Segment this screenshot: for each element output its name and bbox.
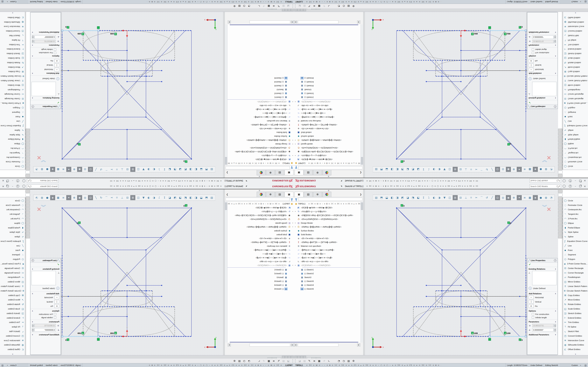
format-toolbar-icon[interactable]: ↺ bbox=[322, 359, 326, 363]
tree-item[interactable]: ◈ ○Ƨ5∘Ո∗∗AƜ○∘○ƜA∗∗Ո∘5Ƨ○ bbox=[294, 127, 361, 131]
option-checkbox-row[interactable]: For construction bbox=[30, 312, 61, 316]
search-input[interactable]: Search CAD Models ▼ bbox=[27, 184, 59, 188]
tree-item[interactable]: ■ Solid Bodies bbox=[227, 131, 294, 134]
angle-value-field[interactable]: 0.00000000° bbox=[35, 35, 56, 39]
tree-item[interactable]: ▦ (-) Sketch1 bbox=[294, 95, 361, 99]
option-checkbox-row[interactable]: Infinite length bbox=[30, 316, 61, 319]
search-input[interactable]: Search CAD Models ▼ bbox=[529, 184, 561, 188]
format-toolbar-icon[interactable]: ↺ bbox=[322, 4, 326, 8]
tab-nav-button[interactable] bbox=[297, 8, 300, 11]
tree-item[interactable]: ▦ (-) Sketch5 bbox=[294, 279, 361, 283]
add-relation-button[interactable]: │ Vertical bbox=[30, 300, 61, 304]
sketch-tool-item[interactable]: ⬡ Polygon bbox=[563, 257, 588, 261]
sketch-tool-item[interactable]: ◲ Stretch Entities bbox=[563, 51, 588, 56]
sketch-tool-item[interactable]: ╰ Fit Spline bbox=[0, 38, 25, 42]
expand-arrow-icon[interactable]: ▸ bbox=[291, 211, 293, 212]
section-options[interactable]: Options ∧ bbox=[30, 55, 61, 58]
expand-arrow-icon[interactable]: ▸ bbox=[291, 222, 293, 224]
sketch-tool-item[interactable]: ∴ Segment bbox=[563, 252, 588, 257]
format-toolbar-icon[interactable]: ◷ bbox=[242, 359, 246, 363]
checkbox[interactable] bbox=[532, 52, 534, 54]
menu-item[interactable] bbox=[324, 180, 327, 181]
menu-item[interactable] bbox=[251, 186, 255, 187]
tree-item[interactable]: ▦ (-) Sketch4 bbox=[227, 80, 294, 84]
panel-flyout-arrow-icon[interactable]: ❯ bbox=[226, 193, 228, 196]
tree-scrollbar-vertical[interactable] bbox=[225, 25, 227, 165]
expand-arrow-icon[interactable]: ▸ bbox=[295, 222, 297, 224]
sketch-tool-item[interactable]: ⊢ Extend Entities bbox=[0, 316, 25, 320]
command-tab[interactable] bbox=[558, 200, 563, 203]
menu-item[interactable] bbox=[330, 180, 333, 181]
command-tab[interactable] bbox=[25, 171, 30, 174]
tree-item[interactable]: ▦ (-) Sketch6 bbox=[294, 76, 361, 80]
sketch-gray-entities[interactable] bbox=[413, 272, 505, 336]
format-toolbar-icon[interactable]: ▦ bbox=[317, 4, 321, 8]
tree-item[interactable]: ▸ ↻ ○ɅΛ◎╋Ƨ5∘ʒ○∘○ʒ∘5Ƨ╋◎ΛɅ○ bbox=[227, 154, 294, 158]
feature-manager-tab[interactable]: ▤ bbox=[275, 192, 284, 197]
command-tab[interactable] bbox=[25, 204, 30, 207]
sketch-tool-item[interactable]: ◳ Convert Entities bbox=[563, 334, 588, 338]
length-spinner[interactable] bbox=[32, 40, 34, 43]
format-toolbar-icon[interactable]: ∟ bbox=[257, 4, 261, 8]
checkbox[interactable] bbox=[54, 313, 56, 315]
tree-item[interactable] bbox=[227, 99, 294, 100]
selected-relation-badge[interactable] bbox=[488, 338, 491, 341]
tree-item[interactable]: ◆ Surface Bodies bbox=[294, 229, 361, 233]
sketch-tool-item[interactable]: ↗ Move Entities bbox=[0, 298, 25, 302]
sketch-tool-item[interactable]: ◫ Mirror Entities bbox=[563, 279, 588, 284]
sketch-tool-item[interactable]: ∴ Segment bbox=[563, 110, 588, 115]
command-tab[interactable] bbox=[558, 153, 563, 156]
expand-arrow-icon[interactable]: ▸ bbox=[295, 101, 297, 102]
filter-input[interactable] bbox=[225, 198, 290, 201]
tree-item[interactable]: ◈ ○Ƨ5∘Ո∗∗AƜ○∘○ƜA∗∗Ո∘5Ƨ○ bbox=[294, 236, 361, 240]
command-tab[interactable] bbox=[558, 139, 563, 142]
sketch-tool-item[interactable]: ◯ Circle bbox=[0, 198, 25, 203]
menu-item[interactable] bbox=[321, 180, 324, 181]
tree-item[interactable]: ≣ Material <not specified> bbox=[227, 119, 294, 123]
sketch-tool-item[interactable]: ╰ Fit Spline bbox=[563, 38, 588, 42]
tree-item[interactable]: ▱ ○╋ͶN◎∗+○∗◉⟦○∘○⟧◉∗○+∗◎ͶN╋○ bbox=[227, 115, 294, 119]
scroll-right-icon[interactable]: ▶ bbox=[357, 20, 360, 24]
expand-arrow-icon[interactable]: ▸ bbox=[291, 226, 293, 227]
sketch-tool-item[interactable]: ⊡ Center Rectangle bbox=[563, 266, 588, 271]
sketch-gray-entities[interactable] bbox=[83, 272, 175, 336]
tree-item[interactable]: ≣ Material <not specified> bbox=[294, 244, 361, 248]
tree-item[interactable]: ■ Solid Bodies bbox=[227, 233, 294, 236]
sketch-tool-item[interactable]: ◯ Circle bbox=[0, 164, 25, 169]
sketch-tool-item[interactable]: ◯ Circle bbox=[563, 164, 588, 169]
tab-nav-button[interactable] bbox=[288, 8, 291, 11]
restore-button[interactable] bbox=[579, 185, 581, 187]
filter-input[interactable] bbox=[225, 166, 290, 169]
quick-access-toolbar-glyphs[interactable]: ⊙ ƷЄ ⊙ Ш ⊙ ∘ ⊙ ╋ ⊙ ƆC ⊙ ƷЄ ⊙ ∗ ⊙ Ƨ5 ⊙ ▴ … bbox=[366, 185, 478, 187]
collapse-icon[interactable]: ∧ bbox=[32, 321, 33, 323]
sketch-diagonal-tr-bl[interactable] bbox=[62, 31, 185, 159]
close-button[interactable]: × bbox=[584, 180, 586, 182]
panel-grip[interactable] bbox=[294, 189, 363, 192]
scroll-track[interactable] bbox=[298, 20, 338, 24]
sketch-tool-item[interactable]: ⊛ Circular Sketch Pattern bbox=[563, 74, 588, 78]
collapse-icon[interactable]: ∧ bbox=[555, 45, 556, 46]
ok-button[interactable]: ✔ bbox=[30, 263, 61, 266]
sketch-tool-item[interactable]: ◳ Convert Entities bbox=[0, 334, 25, 338]
sketch-tool-item[interactable]: ◌ Perimeter Circle bbox=[563, 159, 588, 164]
quick-access-toolbar-glyphs[interactable]: ⊙ ƷЄ ⊙ Ш ⊙ ∘ ⊙ ╋ ⊙ ƆC ⊙ ƷЄ ⊙ ∗ ⊙ Ƨ5 ⊙ ▴ … bbox=[110, 180, 222, 182]
tab-nav-button[interactable] bbox=[282, 356, 285, 359]
search-icon[interactable] bbox=[556, 180, 558, 182]
command-tab[interactable] bbox=[558, 197, 563, 200]
format-toolbar-icon[interactable]: ▤ bbox=[346, 4, 351, 8]
command-tab[interactable] bbox=[558, 174, 563, 177]
tab-nav-button[interactable] bbox=[294, 356, 297, 359]
search-dropdown-icon[interactable]: ▼ bbox=[559, 186, 560, 187]
search-dropdown-icon[interactable]: ▼ bbox=[559, 180, 560, 182]
tree-item[interactable]: ◩ ○Ƨ5ƷЄ╋∘◉ɅAΦ○∘○ΦAɅ◉∘╋ЄƷ5Ƨ○ bbox=[294, 158, 361, 161]
command-tab[interactable] bbox=[558, 129, 563, 132]
format-toolbar-icon[interactable]: ≡ bbox=[312, 359, 316, 363]
feature-manager-tab[interactable]: ⊕ bbox=[266, 192, 275, 197]
sketch-tool-item[interactable]: ╱ Line bbox=[0, 119, 25, 124]
command-tab[interactable] bbox=[25, 132, 30, 135]
format-toolbar-icon[interactable]: ✎ bbox=[277, 4, 281, 8]
filter-input[interactable] bbox=[298, 166, 363, 169]
add-relation-button[interactable]: ⚓ Fix bbox=[527, 59, 558, 63]
command-tab[interactable] bbox=[558, 190, 563, 193]
tree-item[interactable]: ▦ (-) Sketch4 bbox=[294, 283, 361, 287]
